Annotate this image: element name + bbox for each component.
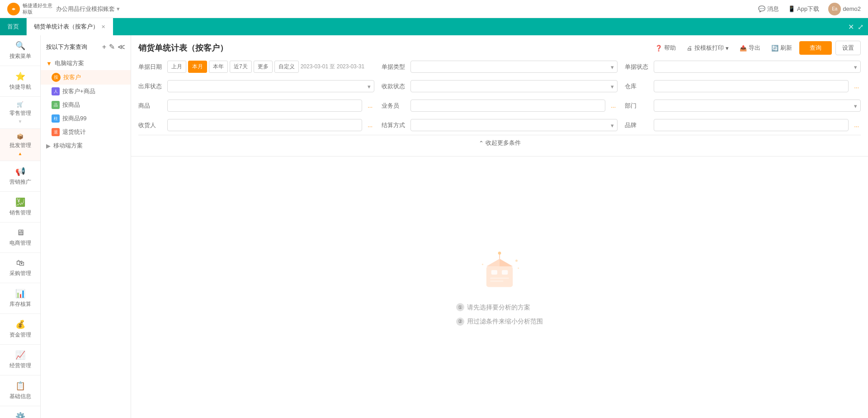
filter-row-3: 商品 ... 业务员 ... 部门 — [138, 96, 861, 115]
ecommerce-icon: 🖥 — [16, 228, 24, 238]
collapse-bar[interactable]: ⌃ 收起更多条件 — [138, 135, 861, 151]
brand-input[interactable] — [654, 119, 849, 131]
edit-scheme-btn[interactable]: ✎ — [109, 43, 115, 51]
refresh-btn[interactable]: 🔄 刷新 — [768, 42, 796, 54]
payment-status-select[interactable] — [410, 80, 618, 92]
message-icon: 💬 — [758, 5, 765, 12]
sidebar-item-inventory[interactable]: 📊 库存核算 — [0, 283, 40, 314]
sales-stat-tab-label: 销货单统计表（按客户） — [34, 23, 99, 31]
warehouse-input[interactable] — [654, 80, 849, 92]
sidebar-item-finance[interactable]: 💰 资金管理 — [0, 314, 40, 345]
sidebar-item-marketing[interactable]: 📢 营销推广 — [0, 161, 40, 192]
settlement-wrap[interactable] — [410, 119, 618, 131]
tree-item-by-customer[interactable]: 按 按客户 — [41, 70, 131, 85]
setting-button[interactable]: 设置 — [835, 41, 861, 55]
app-download-btn[interactable]: 📱 App下载 — [788, 5, 819, 13]
product-dots-btn[interactable]: ... — [366, 102, 374, 109]
filter-cell-type: 单据类型 — [382, 61, 618, 73]
department-label: 部门 — [625, 102, 650, 110]
print-arrow-icon: ▾ — [726, 45, 729, 52]
logo-text: 畅捷通好生意 标版 — [23, 3, 52, 14]
tab-maximize-btn[interactable]: ⤢ — [858, 23, 863, 31]
filter-header: 销货单统计表（按客户） ❓ 帮助 🖨 按模板打印 ▾ 📤 — [138, 41, 861, 55]
department-select[interactable] — [654, 100, 861, 112]
status-select[interactable] — [654, 61, 861, 73]
tree-mobile-section[interactable]: ▶ 移动端方案 — [41, 139, 131, 152]
print-btn[interactable]: 🖨 按模板打印 ▾ — [683, 42, 732, 54]
help-btn[interactable]: ❓ 帮助 — [651, 42, 679, 54]
hint-num-2: ② — [456, 318, 464, 326]
tab-close-all-btn[interactable]: ✕ — [848, 23, 854, 31]
brand-dots-btn[interactable]: ... — [852, 122, 861, 128]
main-layout: 🔍 搜索菜单 ⭐ 快捷导航 🛒 零售管理 ▼ 📦 批发管理 ▲ 📢 营销推广 💹… — [0, 35, 868, 418]
add-scheme-btn[interactable]: + — [102, 43, 106, 51]
department-wrap[interactable] — [654, 100, 861, 112]
recipient-dots-btn[interactable]: ... — [366, 122, 374, 128]
tree-item-refund-stat[interactable]: 退 退货统计 — [41, 125, 131, 139]
date-btn-last-month[interactable]: 上月 — [167, 61, 186, 73]
out-status-select[interactable] — [167, 80, 374, 92]
product-input[interactable] — [167, 100, 362, 112]
recipient-input[interactable] — [167, 119, 362, 131]
staff-input[interactable] — [410, 100, 605, 112]
svg-point-10 — [515, 259, 518, 261]
staff-dots-btn[interactable]: ... — [609, 102, 618, 109]
sidebar-item-system[interactable]: ⚙️ 系统管理 — [0, 406, 40, 418]
export-btn[interactable]: 📤 导出 — [736, 42, 764, 54]
export-icon: 📤 — [740, 45, 747, 52]
breadcrumb[interactable]: 办公用品行业模拟账套 ▾ — [56, 5, 120, 13]
tree-item-by-product-99[interactable]: 柱 按商品99 — [41, 112, 131, 125]
star-icon: ⭐ — [15, 71, 25, 81]
logo-icon — [7, 3, 20, 15]
type-select-wrap[interactable] — [410, 61, 618, 73]
date-btn-custom[interactable]: 自定义 — [274, 61, 299, 73]
top-header: 畅捷通好生意 标版 办公用品行业模拟账套 ▾ 💬 消息 📱 App下载 Ea d… — [0, 0, 868, 18]
page-title: 销货单统计表（按客户） — [138, 43, 228, 53]
collapse-up-icon: ⌃ — [479, 140, 484, 147]
out-status-wrap[interactable] — [167, 80, 374, 92]
date-btn-this-month[interactable]: 本月 — [188, 61, 207, 73]
date-btn-more[interactable]: 更多 — [254, 61, 273, 73]
tab-sales-stat[interactable]: 销货单统计表（按客户） ✕ — [27, 18, 113, 35]
sidebar-item-operation[interactable]: 📈 经营管理 — [0, 345, 40, 375]
tab-bar: 首页 销货单统计表（按客户） ✕ ✕ ⤢ — [0, 18, 868, 35]
svg-point-12 — [482, 264, 483, 265]
tab-close-btn[interactable]: ✕ — [101, 24, 105, 30]
header-right: 💬 消息 📱 App下载 Ea demo2 — [758, 3, 861, 15]
settlement-label: 结算方式 — [382, 121, 407, 129]
tree-desktop-section[interactable]: ▼ 电脑端方案 — [41, 57, 131, 70]
sidebar-item-quick-nav[interactable]: ⭐ 快捷导航 — [0, 66, 40, 97]
filter-cell-out-status: 出库状态 — [138, 80, 374, 92]
content-area: 按以下方案查询 + ✎ ≪ ▼ 电脑端方案 按 按客户 人 按客户 — [41, 35, 868, 418]
wholesale-arrow: ▲ — [18, 151, 23, 156]
sidebar-item-basic[interactable]: 📋 基础信息 — [0, 375, 40, 406]
tree-item-by-customer-product[interactable]: 人 按客户+商品 — [41, 85, 131, 98]
query-button[interactable]: 查询 — [799, 41, 832, 55]
sidebar-item-ecommerce[interactable]: 🖥 电商管理 — [0, 223, 40, 253]
hint-item-1: ① 请先选择要分析的方案 — [456, 302, 543, 313]
warehouse-dots-btn[interactable]: ... — [852, 83, 861, 90]
sidebar-item-purchase[interactable]: 🛍 采购管理 — [0, 253, 40, 283]
tab-home[interactable]: 首页 — [0, 18, 27, 35]
type-select[interactable] — [410, 61, 618, 73]
tree-item-by-product[interactable]: 品 按商品 — [41, 98, 131, 112]
breadcrumb-arrow[interactable]: ▾ — [117, 5, 120, 12]
date-btn-this-year[interactable]: 本年 — [209, 61, 228, 73]
sales-icon: 💹 — [15, 197, 25, 207]
settlement-select[interactable] — [410, 119, 618, 131]
date-btn-7days[interactable]: 近7天 — [230, 61, 252, 73]
payment-status-wrap[interactable] — [410, 80, 618, 92]
sidebar-item-wholesale[interactable]: 📦 批发管理 ▲ — [0, 129, 40, 161]
sidebar-item-sales[interactable]: 💹 销售管理 — [0, 192, 40, 223]
sidebar: 🔍 搜索菜单 ⭐ 快捷导航 🛒 零售管理 ▼ 📦 批发管理 ▲ 📢 营销推广 💹… — [0, 35, 41, 418]
collapse-panel-btn[interactable]: ≪ — [118, 43, 125, 51]
warehouse-label: 仓库 — [625, 82, 650, 90]
status-select-wrap[interactable] — [654, 61, 861, 73]
filter-cell-recipient: 收货人 ... — [138, 119, 374, 131]
svg-rect-7 — [490, 280, 503, 282]
user-profile-btn[interactable]: Ea demo2 — [828, 3, 861, 15]
sidebar-item-retail[interactable]: 🛒 零售管理 ▼ — [0, 97, 40, 129]
finance-icon: 💰 — [15, 319, 25, 329]
message-btn[interactable]: 💬 消息 — [758, 5, 779, 13]
sidebar-item-search[interactable]: 🔍 搜索菜单 — [0, 35, 40, 66]
